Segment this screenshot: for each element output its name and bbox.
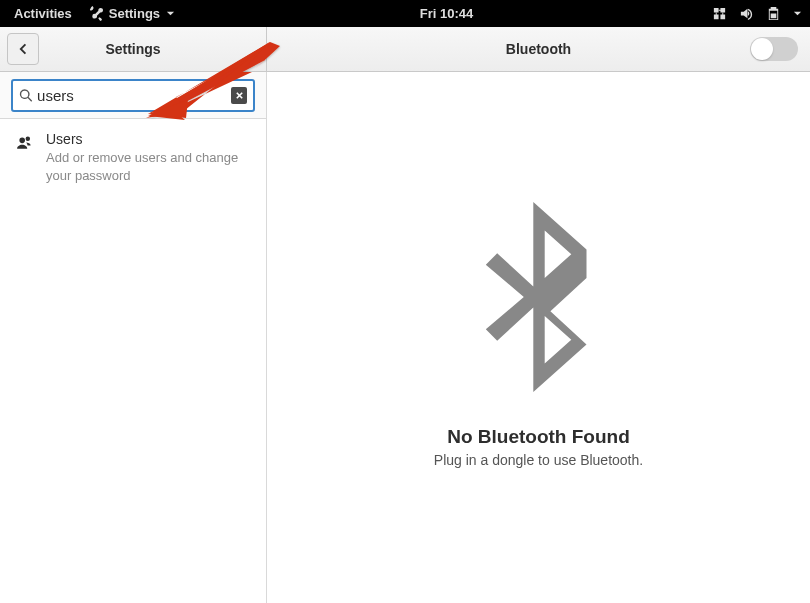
clear-icon: [235, 91, 244, 100]
back-button[interactable]: [7, 33, 39, 65]
activities-button[interactable]: Activities: [8, 6, 78, 21]
sidebar: Users Add or remove users and change you…: [0, 119, 267, 603]
empty-state-sub: Plug in a dongle to use Bluetooth.: [434, 452, 643, 468]
empty-state-heading: No Bluetooth Found: [447, 426, 630, 448]
network-icon[interactable]: [712, 6, 727, 21]
search-icon: [19, 88, 33, 103]
bluetooth-icon: [482, 202, 596, 396]
sidebar-title: Settings: [0, 41, 266, 57]
bluetooth-toggle[interactable]: [750, 37, 798, 61]
page-title: Bluetooth: [267, 41, 810, 57]
battery-icon[interactable]: [766, 6, 781, 21]
search-input[interactable]: [33, 87, 231, 104]
clear-search-button[interactable]: [231, 87, 247, 104]
users-icon: [16, 133, 34, 151]
chevron-left-icon: [16, 42, 30, 56]
gnome-top-panel: Activities Settings Fri 10:44: [0, 0, 810, 27]
search-bar-row: [0, 72, 267, 119]
settings-tools-icon: [88, 6, 103, 21]
result-title: Users: [46, 131, 250, 147]
app-menu[interactable]: Settings: [82, 6, 181, 21]
app-menu-label: Settings: [109, 6, 160, 21]
sidebar-item-users[interactable]: Users Add or remove users and change you…: [0, 119, 266, 196]
dropdown-icon: [166, 9, 175, 18]
window-header: Settings Bluetooth: [0, 27, 810, 72]
content-pane: No Bluetooth Found Plug in a dongle to u…: [267, 72, 810, 603]
volume-icon[interactable]: [739, 6, 754, 21]
search-box: [11, 79, 255, 112]
dropdown-icon[interactable]: [793, 9, 802, 18]
result-description: Add or remove users and change your pass…: [46, 149, 250, 184]
panel-clock[interactable]: Fri 10:44: [181, 6, 712, 21]
switch-knob: [751, 38, 773, 60]
